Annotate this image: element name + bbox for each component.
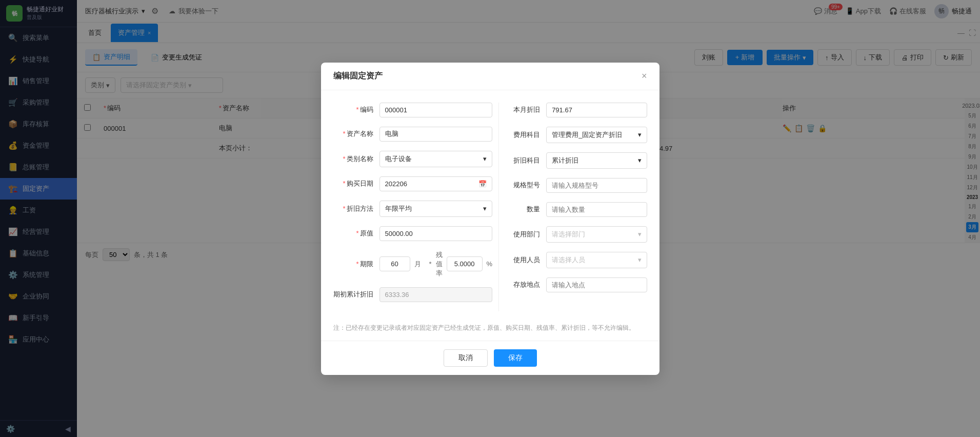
user-dropdown-icon: ▾	[638, 256, 642, 264]
asset-name-input[interactable]	[379, 127, 493, 142]
modal-close-button[interactable]: ×	[642, 71, 647, 82]
form-row-location: 存放地点	[505, 277, 647, 292]
form-row-asset-name: *资产名称	[333, 127, 493, 142]
form-grid: *编码 *资产名称 *类别名称 电子设备 ▾	[333, 103, 647, 311]
modal-footer: 取消 保存	[321, 341, 659, 375]
form-row-model: 规格型号	[505, 178, 647, 193]
expense-account-dropdown-icon: ▾	[638, 131, 642, 138]
initial-depreciation-input[interactable]	[379, 287, 493, 302]
edit-asset-modal: 编辑固定资产 × *编码 *资产名称	[321, 63, 659, 375]
user-select[interactable]: 请选择人员 ▾	[546, 252, 647, 268]
period-input[interactable]	[379, 256, 410, 271]
department-select[interactable]: 请选择部门 ▾	[546, 226, 647, 243]
form-row-original-value: *原值	[333, 226, 493, 241]
quantity-input[interactable]	[546, 202, 647, 217]
purchase-date-picker[interactable]: 202206 📅	[379, 176, 493, 191]
category-select[interactable]: 电子设备 ▾	[379, 151, 493, 167]
period-unit: 月	[414, 260, 421, 269]
save-button[interactable]: 保存	[494, 349, 537, 367]
form-row-monthly-dep: 本月折旧	[505, 103, 647, 117]
location-input[interactable]	[546, 277, 647, 292]
form-row-user: 使用人员 请选择人员 ▾	[505, 252, 647, 268]
form-row-code: *编码	[333, 103, 493, 117]
code-input[interactable]	[379, 103, 493, 117]
residual-rate-unit: %	[487, 260, 493, 268]
form-row-initial-depreciation: 期初累计折旧	[333, 287, 493, 302]
original-value-input[interactable]	[379, 226, 493, 241]
depreciation-account-select[interactable]: 累计折旧 ▾	[546, 152, 647, 169]
form-row-period: *期限 月 * 残值率 %	[333, 250, 493, 278]
dep-account-dropdown-icon: ▾	[638, 156, 642, 164]
calendar-icon: 📅	[478, 180, 487, 188]
form-row-quantity: 数量	[505, 202, 647, 217]
modal-header: 编辑固定资产 ×	[321, 63, 659, 90]
depreciation-method-select[interactable]: 年限平均 ▾	[379, 201, 493, 217]
form-left-column: *编码 *资产名称 *类别名称 电子设备 ▾	[333, 103, 499, 311]
form-row-dep-account: 折旧科目 累计折旧 ▾	[505, 152, 647, 169]
model-input[interactable]	[546, 178, 647, 193]
residual-rate-label: *	[429, 260, 432, 268]
cancel-button[interactable]: 取消	[444, 349, 488, 367]
modal-note: 注：已经存在变更记录或者对应固定资产已经生成凭证，原值、购买日期、残值率、累计折…	[321, 324, 659, 341]
residual-rate-input[interactable]	[447, 256, 483, 271]
form-right-column: 本月折旧 费用科目 管理费用_固定资产折旧 ▾ 折旧科目	[498, 103, 647, 311]
residual-rate-text: 残值率	[436, 250, 443, 278]
form-row-expense-account: 费用科目 管理费用_固定资产折旧 ▾	[505, 127, 647, 143]
form-row-department: 使用部门 请选择部门 ▾	[505, 226, 647, 243]
modal-title: 编辑固定资产	[333, 71, 383, 82]
department-dropdown-icon: ▾	[638, 230, 642, 238]
modal-body: *编码 *资产名称 *类别名称 电子设备 ▾	[321, 90, 659, 324]
monthly-depreciation-input[interactable]	[546, 103, 647, 117]
depreciation-method-dropdown-icon: ▾	[483, 205, 487, 212]
form-row-purchase-date: *购买日期 202206 📅	[333, 176, 493, 191]
form-row-category: *类别名称 电子设备 ▾	[333, 151, 493, 167]
form-row-depreciation-method: *折旧方法 年限平均 ▾	[333, 201, 493, 217]
modal-overlay: 编辑固定资产 × *编码 *资产名称	[0, 0, 980, 437]
expense-account-select[interactable]: 管理费用_固定资产折旧 ▾	[546, 127, 647, 143]
category-dropdown-icon: ▾	[483, 155, 487, 163]
